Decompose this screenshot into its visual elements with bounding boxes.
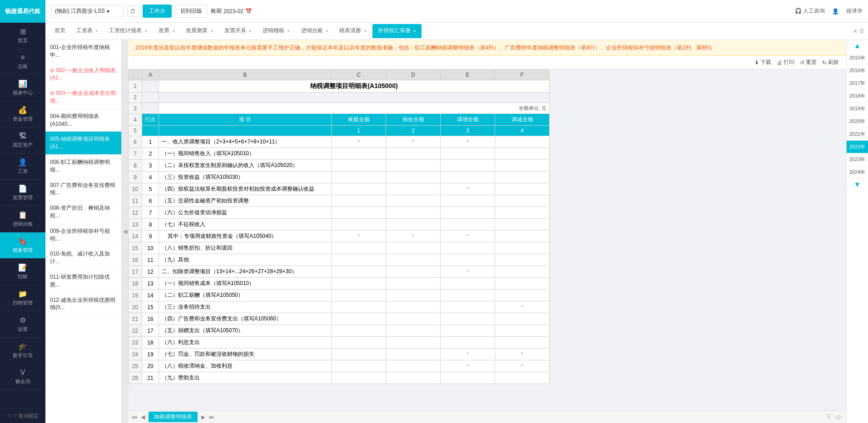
download-button[interactable]: ⬇ 下载	[754, 59, 771, 66]
sidebar-item-label: 首页	[18, 37, 28, 44]
sidebar-item-report[interactable]: 📊 报表中心	[0, 75, 45, 101]
close-icon[interactable]: ×	[326, 28, 328, 34]
sidebar-pin-toggle[interactable]: ◁◁ 取消固定	[0, 408, 45, 423]
tab-payroll[interactable]: 工资表×	[71, 24, 104, 38]
nav-first-icon[interactable]: ⏮	[132, 414, 137, 420]
close-icon[interactable]: ×	[287, 28, 290, 34]
reset-button[interactable]: ↺ 重置	[800, 59, 817, 66]
assets-icon: 🏗	[19, 132, 26, 140]
closing-icon: 📝	[18, 263, 27, 272]
left-item-004[interactable]: 004-期间费用明细表(A1040...	[45, 109, 121, 132]
left-item-006[interactable]: 006-职工薪酬纳税调整明细...	[45, 155, 121, 178]
nav-next-icon[interactable]: ▶	[201, 414, 205, 420]
year-2015[interactable]: 2015年	[847, 52, 868, 64]
oldver-button[interactable]: 切到旧版	[175, 5, 207, 18]
col-header-b: B	[159, 70, 332, 80]
sidebar-item-label: 结账	[18, 273, 28, 280]
close-icon[interactable]: ×	[413, 28, 416, 34]
sidebar-item-purchase[interactable]: 📋 进销台账	[0, 206, 45, 232]
sidebar-item-vip[interactable]: V 畅会员	[0, 364, 45, 390]
worktable-button[interactable]: 工作台	[143, 5, 172, 18]
left-item-002[interactable]: 002-一般企业收入明细表(A1...	[45, 63, 121, 86]
pin-icon: ◁◁	[7, 413, 17, 418]
left-item-008[interactable]: 008-资产折旧、摊销及纳税...	[45, 201, 121, 224]
download-icon: ⬇	[754, 59, 759, 66]
year-2022[interactable]: 2022年	[847, 141, 868, 153]
close-all-icon[interactable]: ✕	[853, 28, 858, 34]
tab-payroll-stats[interactable]: 工资统计报表×	[104, 24, 153, 38]
row-num: 1	[129, 80, 142, 93]
left-item-010[interactable]: 010-免税、减计收入及加计...	[45, 246, 121, 270]
table-row: 23 18 （六）利息支出	[129, 337, 550, 349]
sidebar-item-tax[interactable]: 🔖 税务管理	[0, 232, 45, 259]
close-icon[interactable]: ×	[95, 28, 98, 34]
sidebar-item-ledger[interactable]: ≡ 总账	[0, 49, 45, 75]
tab-sales-audit[interactable]: 进销稽核×	[257, 24, 295, 38]
tab-invoice-open[interactable]: 发票开具×	[219, 24, 257, 38]
company-label: (物副) 江西股业-LSS	[55, 7, 105, 15]
year-2017[interactable]: 2017年	[847, 77, 868, 90]
sidebar-item-archive[interactable]: 📁 归档管理	[0, 285, 45, 311]
sidebar-item-invoice[interactable]: 📄 发票管理	[0, 180, 45, 206]
nav-last-icon[interactable]: ⏭	[209, 414, 214, 420]
year-2016[interactable]: 2016年	[847, 64, 868, 77]
left-item-011[interactable]: 011-研发费用加计扣除优惠...	[45, 270, 121, 293]
tab-invoice[interactable]: 发票×	[153, 24, 180, 38]
tab-tax-list[interactable]: 税表清册×	[334, 24, 372, 38]
sidebar-item-closing[interactable]: 📝 结账	[0, 259, 45, 285]
left-item-003[interactable]: 003-一般企业成本支出明细...	[45, 86, 121, 109]
left-item-005[interactable]: 005-纳税调整项目明细表(A1...	[45, 132, 121, 155]
sidebar-item-settings[interactable]: ⚙ 设置	[0, 311, 45, 338]
close-icon[interactable]: ×	[144, 28, 147, 34]
nav-prev-icon[interactable]: ◀	[141, 414, 145, 420]
close-icon[interactable]: ×	[364, 28, 367, 34]
main-content: 2019年度涉及取以前年度继续数据的申报表单元格需要手工维护正确，才能保证本年及…	[128, 40, 846, 423]
close-icon[interactable]: ×	[172, 28, 175, 34]
year-2023[interactable]: 2023年	[847, 153, 868, 166]
horizontal-scroll[interactable]: ◁▷	[834, 414, 843, 420]
sidebar-item-assets[interactable]: 🏗 固定资产	[0, 128, 45, 153]
sidebar-item-guide[interactable]: 🎓 新手引导	[0, 338, 45, 364]
company-selector[interactable]: (物副) 江西股业-LSS ▾	[51, 5, 124, 17]
guide-icon: 🎓	[18, 342, 27, 351]
topbar-right: 🎧 人工咨询 👤 徐泽华	[795, 7, 863, 15]
year-2021[interactable]: 2021年	[847, 128, 868, 141]
sidebar-item-home[interactable]: ⊞ 首页	[0, 23, 45, 49]
tab-income-tax[interactable]: 所得税汇算缴×	[372, 24, 422, 38]
year-down-icon[interactable]: ▼	[852, 179, 863, 191]
table-row: 19 14 （二）职工薪酬（填写A105050）	[129, 290, 550, 301]
left-item-009[interactable]: 009-企业所得税弥补亏损明...	[45, 224, 121, 247]
tab-invoice-calc[interactable]: 发票测算×	[180, 24, 218, 38]
year-up-icon[interactable]: ▲	[852, 40, 863, 52]
sidebar-item-label: 归档管理	[13, 300, 33, 306]
sidebar-item-finance[interactable]: 💰 资金管理	[0, 101, 45, 128]
tab-home[interactable]: 首页	[49, 24, 71, 38]
tab-sales-ledger[interactable]: 进销台账×	[296, 24, 334, 38]
year-2020[interactable]: 2020年	[847, 115, 868, 128]
bottom-tab-adjust[interactable]: 纳税调整明细表	[149, 412, 198, 422]
year-2024[interactable]: 2024年	[847, 166, 868, 179]
sidebar-item-payroll[interactable]: 👤 工资	[0, 153, 45, 180]
refresh-button[interactable]: ↻ 刷新	[822, 59, 839, 66]
left-item-001[interactable]: 001-企业所得税年度纳税申...	[45, 40, 121, 63]
calendar-icon[interactable]: 📅	[245, 8, 252, 15]
toolbar: ⬇ 下载 🖨 打印 ↺ 重置 ↻ 刷新	[128, 56, 846, 69]
year-2019[interactable]: 2019年	[847, 103, 868, 115]
print-button[interactable]: 🖨 打印	[777, 59, 794, 66]
support-link[interactable]: 🎧 人工咨询	[795, 7, 825, 15]
warning-text: 2019年度涉及取以前年度继续数据的申报表单元格需要手工维护正确，才能保证本年及…	[135, 44, 715, 51]
left-item-012[interactable]: 012-减免企业所得税优惠明细(0...	[45, 293, 121, 316]
row-num: 2	[129, 93, 142, 103]
close-icon[interactable]: ×	[249, 28, 252, 34]
nav-tabs-end: ✕ ☰	[853, 28, 864, 34]
sheet-wrapper[interactable]: A B C D E F 1 纳税调整项目明细表(A1	[128, 69, 846, 410]
tax-icon: 🔖	[18, 237, 27, 246]
company-info-button[interactable]: 🗒	[127, 6, 139, 17]
close-icon[interactable]: ×	[210, 28, 213, 34]
left-item-007[interactable]: 007-广告费和业务宣传费明细...	[45, 178, 121, 201]
year-2018[interactable]: 2018年	[847, 90, 868, 103]
sidebar-item-label: 畅会员	[15, 378, 30, 385]
nav-more-icon[interactable]: ☰	[859, 28, 864, 34]
panel-collapse-handle[interactable]: ◀	[122, 40, 128, 423]
row-num: 3	[129, 103, 142, 114]
